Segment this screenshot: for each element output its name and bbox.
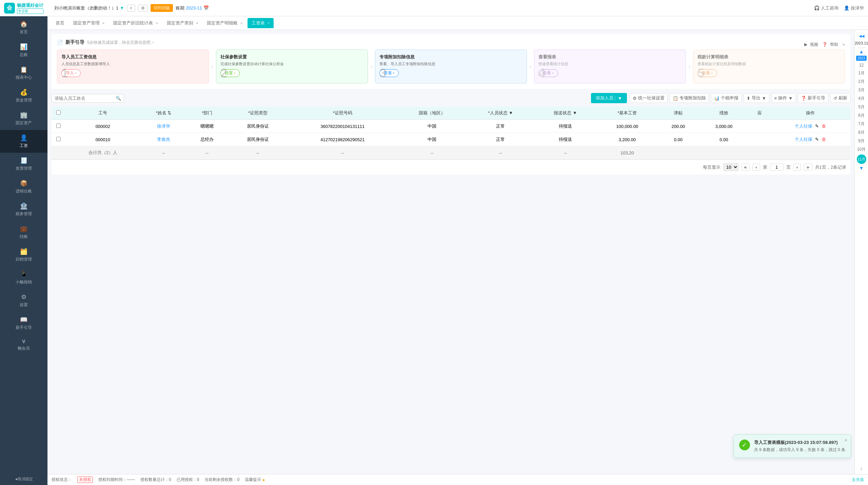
sidebar-item-stock[interactable]: 📦 进销台账 — [0, 175, 47, 198]
select-all-checkbox[interactable] — [56, 110, 61, 115]
cell-basic-salary-1: 100,000.00 — [597, 120, 657, 133]
action-edit-1[interactable]: ✎ — [815, 124, 819, 129]
close-tab-asset-category[interactable]: × — [196, 21, 198, 25]
sidebar-item-expense[interactable]: 📱 小畅报销 — [0, 266, 47, 289]
sidebar-item-reports[interactable]: 📋 报表中心 — [0, 62, 47, 85]
tab-fixed-assets[interactable]: 固定资产管理 × — [69, 18, 108, 28]
page-number-input[interactable] — [770, 164, 784, 171]
prev-page-button[interactable]: ‹ — [752, 164, 760, 171]
refresh-button[interactable]: ↺ 刷新 — [830, 93, 850, 103]
footer-total-label: 合计共（2）人 — [65, 146, 141, 160]
month-2[interactable]: 2月 — [857, 77, 865, 86]
account-selector[interactable]: 刘小艳演示账套（勿删勿动！）1 ▼ — [54, 5, 124, 11]
guide-button[interactable]: ❓ 新手引导 — [798, 93, 828, 103]
footer-dash-2: -- — [186, 146, 228, 160]
user-profile-button[interactable]: 👤 徐泽华 — [844, 5, 864, 11]
info-icon[interactable]: ℹ — [860, 464, 863, 474]
sidebar-item-member[interactable]: V 畅会员 — [0, 335, 47, 355]
col-name[interactable]: *姓名 ⇅ — [141, 107, 187, 120]
name-link-1[interactable]: 徐泽华 — [157, 124, 170, 129]
close-tab-depreciation[interactable]: × — [156, 21, 158, 25]
cell-status-1: 正常 — [467, 120, 534, 133]
guide-close-button[interactable]: × — [842, 42, 845, 47]
step-card-3: 专项附加扣除信息 查看、导入员工专项附加扣除信息 查看 › 3 — [375, 50, 527, 83]
add-person-button[interactable]: 添加人员 ▼ — [591, 93, 627, 103]
sidebar-item-invoices[interactable]: 🧾 发票管理 — [0, 153, 47, 175]
tab-asset-category[interactable]: 固定资产类别 × — [163, 18, 202, 28]
settings-button[interactable]: ⚙ — [138, 5, 148, 12]
month-1[interactable]: 1月 — [857, 69, 865, 77]
month-4[interactable]: 4月 — [857, 94, 865, 103]
last-page-button[interactable]: » — [804, 164, 812, 171]
tax-report-button[interactable]: 📊 个税申报 — [711, 93, 742, 103]
sidebar-item-home[interactable]: 🏠 首页 — [0, 16, 47, 39]
col-report-status[interactable]: 报送状态 ▼ — [534, 107, 597, 120]
year-2023-label[interactable]: 2023 — [856, 56, 866, 61]
month-5[interactable]: 5月 — [857, 103, 865, 111]
add-person-dropdown[interactable]: ▼ — [615, 96, 622, 101]
action-delete-1[interactable]: 🗑 — [822, 124, 826, 129]
month-12[interactable]: 12 — [859, 61, 864, 69]
cancel-fixed-button[interactable]: ◄取消固定 — [3, 477, 44, 482]
tab-depreciation[interactable]: 固定资产折旧统计表 × — [109, 18, 162, 28]
home-icon: 🏠 — [20, 20, 27, 28]
account-dropdown-arrow: ▼ — [120, 5, 124, 11]
charge-link[interactable]: 去充值 — [852, 477, 864, 483]
toast-close-button[interactable]: × — [845, 437, 847, 443]
month-11-current[interactable]: 11月 — [857, 154, 866, 164]
sidebar-item-archive[interactable]: 🗂️ 归档管理 — [0, 244, 47, 266]
close-tab-asset-detail[interactable]: × — [240, 21, 242, 25]
sidebar-item-ledger[interactable]: 📊 总账 — [0, 39, 47, 62]
search-input[interactable] — [55, 96, 116, 101]
name-link-2[interactable]: 李俊杰 — [157, 137, 170, 142]
tab-home[interactable]: 首页 — [52, 18, 68, 28]
tax-icon: 📊 — [714, 96, 719, 101]
subsidy-deduct-button[interactable]: 📋 专项附加扣除 — [670, 93, 709, 103]
tab-payroll[interactable]: 工资表 × — [248, 18, 274, 28]
ai-consult-button[interactable]: 🎧 人工咨询 — [814, 5, 839, 11]
close-tab-fixed-assets[interactable]: × — [102, 21, 104, 25]
operations-button[interactable]: ≡ 操作 ▼ — [771, 93, 796, 103]
action-social-2[interactable]: 个人社保 — [795, 137, 812, 142]
expense-icon: 📱 — [20, 271, 27, 278]
month-7[interactable]: 7月 — [857, 120, 865, 128]
search-icon[interactable]: 🔍 — [116, 96, 121, 101]
per-page-select[interactable]: 10 20 50 — [723, 163, 738, 171]
action-social-1[interactable]: 个人社保 — [795, 124, 812, 129]
switch-version-button[interactable]: 切到旧版 — [151, 4, 173, 12]
month-6[interactable]: 6月 — [857, 111, 865, 120]
col-status[interactable]: *人员状态 ▼ — [467, 107, 534, 120]
first-page-button[interactable]: « — [741, 164, 750, 171]
month-nav-up[interactable]: ▲ — [859, 48, 865, 55]
month-3[interactable]: 3月 — [857, 86, 865, 94]
calendar-icon[interactable]: 📅 — [203, 5, 209, 11]
social-security-button[interactable]: ⚙ 统一社保设置 — [630, 93, 668, 103]
export-button[interactable]: ⬆ 导出 ▼ — [744, 93, 769, 103]
sidebar-item-payroll[interactable]: 👤 工资 — [0, 130, 47, 153]
toast-content: 导入工资表模板(2023-03-23 15:07:59.897) 共 9 条数据… — [754, 440, 845, 453]
sidebar-item-assets[interactable]: 🏢 固定资产 — [0, 107, 47, 130]
month-10[interactable]: 10月 — [856, 145, 866, 154]
col-allowance: 津贴 — [657, 107, 699, 120]
action-edit-2[interactable]: ✎ — [815, 137, 819, 142]
add-account-button[interactable]: + — [127, 5, 135, 12]
action-delete-2[interactable]: 🗑 — [822, 137, 826, 142]
sidebar-item-tax[interactable]: 🏦 税务管理 — [0, 198, 47, 221]
close-tab-payroll[interactable]: × — [268, 21, 270, 25]
sidebar-item-settings[interactable]: ⚙ 设置 — [0, 289, 47, 312]
row-checkbox-2[interactable] — [56, 137, 61, 141]
panel-expand-button[interactable]: ◀◀ — [857, 33, 866, 40]
row-checkbox-1[interactable] — [56, 124, 61, 128]
headset-icon: 🎧 — [814, 5, 820, 11]
toast-notification: × ✓ 导入工资表模板(2023-03-23 15:07:59.897) 共 9… — [733, 434, 851, 458]
footer-dash-1: -- — [141, 146, 187, 160]
sidebar-item-closing[interactable]: 💼 结账 — [0, 221, 47, 244]
sidebar-item-funds[interactable]: 💰 资金管理 — [0, 85, 47, 107]
tab-asset-detail[interactable]: 固定资产明细账 × — [203, 18, 246, 28]
month-9[interactable]: 9月 — [857, 137, 865, 145]
month-nav-down[interactable]: ▼ — [859, 165, 865, 171]
month-8[interactable]: 8月 — [857, 128, 865, 137]
next-page-button[interactable]: › — [793, 164, 801, 171]
footer-dash-7: -- — [534, 146, 597, 160]
sidebar-item-guide[interactable]: 📖 新手引导 — [0, 312, 47, 335]
